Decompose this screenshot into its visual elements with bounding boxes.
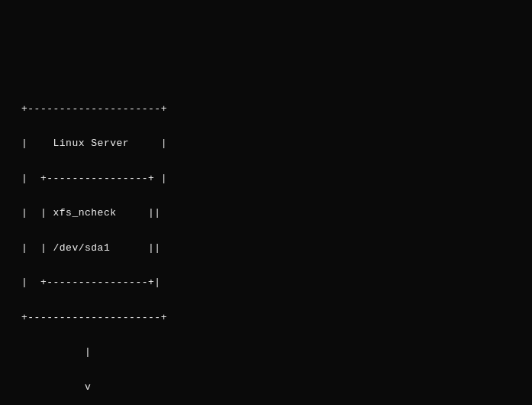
linux-server-label: | Linux Server |: [21, 135, 511, 153]
device-line: | | /dev/sda1 ||: [21, 240, 511, 258]
box-border: +---------------------+: [21, 101, 511, 118]
command-line: | | xfs_ncheck ||: [21, 205, 511, 222]
inner-box-border: | +----------------+|: [21, 274, 511, 292]
arrow-stem: |: [21, 344, 511, 361]
box-border: +---------------------+: [21, 309, 511, 327]
arrow-head: v: [21, 379, 511, 397]
inner-box-border: | +----------------+ |: [21, 170, 511, 188]
ascii-diagram: +---------------------+ | Linux Server |…: [21, 83, 511, 405]
